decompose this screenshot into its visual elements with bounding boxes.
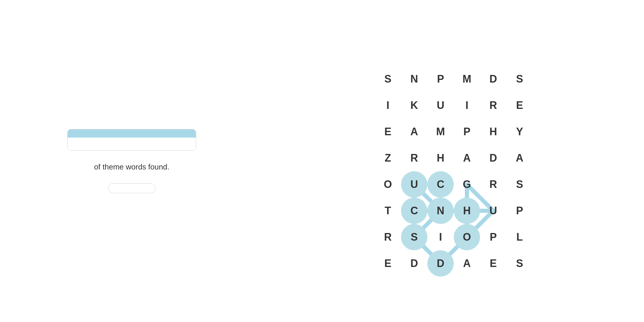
cell-7-5[interactable]: S [506,250,533,277]
cell-0-5[interactable]: S [506,66,533,92]
cell-2-0[interactable]: E [375,119,401,145]
cell-3-4[interactable]: D [480,145,506,171]
cell-0-1[interactable]: N [401,66,427,92]
grid-container: SNPMDSIKUIREEAMPHYZRHADAOUCGRSTCNHUPRSIO… [375,66,533,277]
theme-header [68,129,196,138]
cell-0-2[interactable]: P [427,66,454,92]
right-panel: SNPMDSIKUIREEAMPHYZRHADAOUCGRSTCNHUPRSIO… [263,0,644,322]
cell-4-4[interactable]: R [480,171,506,198]
cell-4-0[interactable]: O [375,171,401,198]
found-suffix: theme words found. [102,162,169,171]
found-of: of [94,162,102,171]
cell-2-2[interactable]: M [427,119,454,145]
cell-6-5[interactable]: L [506,224,533,250]
cell-0-3[interactable]: M [454,66,480,92]
theme-card [67,129,196,151]
cell-6-0[interactable]: R [375,224,401,250]
hint-button[interactable] [108,183,155,193]
cell-5-2[interactable]: N [427,198,454,224]
cell-5-5[interactable]: P [506,198,533,224]
cell-4-3[interactable]: G [454,171,480,198]
cell-2-4[interactable]: H [480,119,506,145]
cell-1-0[interactable]: I [375,92,401,119]
cell-4-2[interactable]: C [427,171,454,198]
cell-5-0[interactable]: T [375,198,401,224]
cell-3-2[interactable]: H [427,145,454,171]
letter-grid: SNPMDSIKUIREEAMPHYZRHADAOUCGRSTCNHUPRSIO… [375,66,533,277]
cell-2-3[interactable]: P [454,119,480,145]
cell-7-2[interactable]: D [427,250,454,277]
cell-2-5[interactable]: Y [506,119,533,145]
cell-6-4[interactable]: P [480,224,506,250]
cell-6-2[interactable]: I [427,224,454,250]
cell-0-0[interactable]: S [375,66,401,92]
cell-1-3[interactable]: I [454,92,480,119]
cell-7-1[interactable]: D [401,250,427,277]
cell-1-2[interactable]: U [427,92,454,119]
cell-1-4[interactable]: R [480,92,506,119]
cell-5-1[interactable]: C [401,198,427,224]
cell-7-4[interactable]: E [480,250,506,277]
found-text: of theme words found. [94,162,169,172]
theme-value [68,138,196,150]
cell-4-5[interactable]: S [506,171,533,198]
cell-1-1[interactable]: K [401,92,427,119]
cell-3-5[interactable]: A [506,145,533,171]
cell-2-1[interactable]: A [401,119,427,145]
cell-3-0[interactable]: Z [375,145,401,171]
cell-5-3[interactable]: H [454,198,480,224]
cell-3-1[interactable]: R [401,145,427,171]
cell-3-3[interactable]: A [454,145,480,171]
cell-0-4[interactable]: D [480,66,506,92]
cell-4-1[interactable]: U [401,171,427,198]
cell-7-3[interactable]: A [454,250,480,277]
cell-1-5[interactable]: E [506,92,533,119]
left-panel: of theme words found. [0,0,263,322]
cell-5-4[interactable]: U [480,198,506,224]
cell-7-0[interactable]: E [375,250,401,277]
cell-6-3[interactable]: O [454,224,480,250]
cell-6-1[interactable]: S [401,224,427,250]
